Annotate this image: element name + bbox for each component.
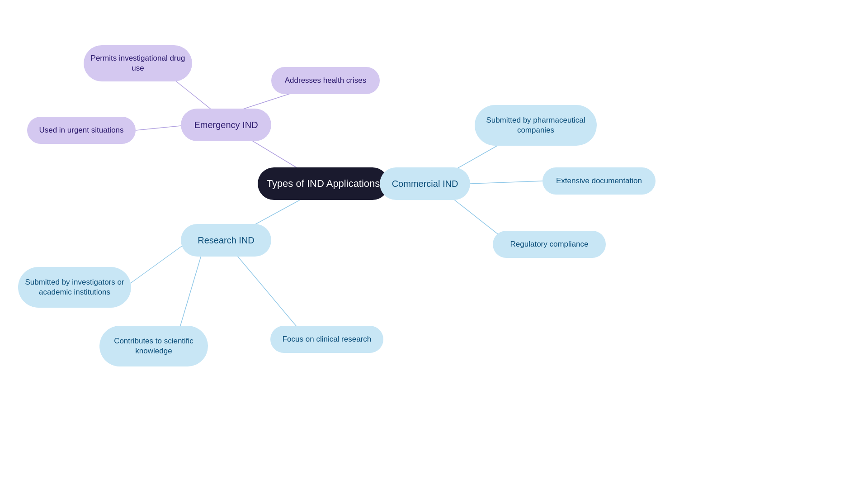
commercial-ind-node: Commercial IND	[380, 167, 470, 200]
pharma-label: Submitted by pharmaceutical companies	[475, 115, 597, 135]
center-label: Types of IND Applications	[267, 177, 380, 190]
emergency-ind-label: Emergency IND	[194, 119, 258, 131]
regulatory-label: Regulatory compliance	[510, 239, 589, 249]
pharma-node: Submitted by pharmaceutical companies	[475, 105, 597, 146]
addresses-node: Addresses health crises	[271, 67, 380, 94]
commercial-ind-label: Commercial IND	[392, 178, 458, 190]
research-ind-label: Research IND	[198, 234, 255, 246]
urgent-node: Used in urgent situations	[27, 117, 136, 144]
extensive-node: Extensive documentation	[542, 167, 656, 195]
extensive-label: Extensive documentation	[556, 176, 642, 186]
regulatory-node: Regulatory compliance	[493, 231, 606, 258]
focus-node: Focus on clinical research	[270, 326, 383, 353]
center-node: Types of IND Applications	[258, 167, 389, 200]
investigators-node: Submitted by investigators or academic i…	[18, 267, 131, 308]
emergency-ind-node: Emergency IND	[181, 109, 271, 141]
svg-line-10	[470, 181, 542, 184]
investigators-label: Submitted by investigators or academic i…	[18, 277, 131, 297]
contributes-node: Contributes to scientific knowledge	[99, 326, 208, 366]
research-ind-node: Research IND	[181, 224, 271, 257]
urgent-label: Used in urgent situations	[39, 125, 123, 135]
focus-label: Focus on clinical research	[283, 334, 372, 344]
svg-line-5	[131, 240, 190, 283]
contributes-label: Contributes to scientific knowledge	[99, 336, 208, 356]
permits-node: Permits investigational drug use	[84, 45, 192, 81]
permits-label: Permits investigational drug use	[84, 53, 192, 73]
addresses-label: Addresses health crises	[285, 76, 366, 86]
